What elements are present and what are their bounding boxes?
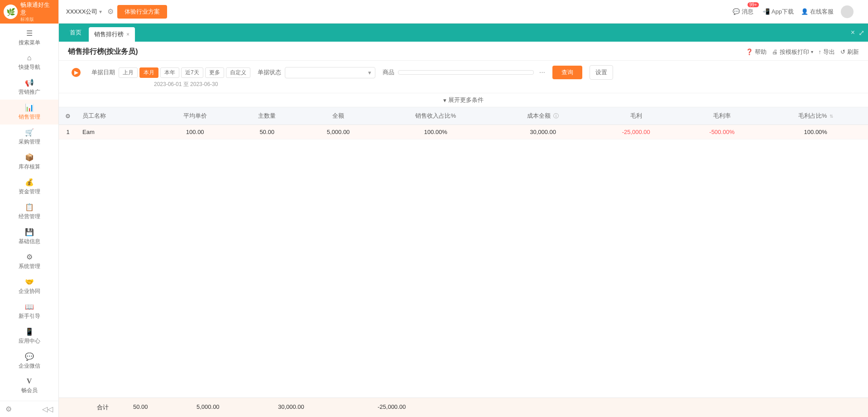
tab-home-label: 首页 <box>70 29 82 37</box>
member-icon: V <box>27 377 32 385</box>
print-label: 按模板打印 <box>780 48 809 56</box>
sidebar-item-label: 畅会员 <box>21 387 38 394</box>
sidebar-item-inventory[interactable]: 📦 库存核算 <box>0 149 58 174</box>
online-service-button[interactable]: 👤 在线客服 <box>801 8 834 16</box>
settings-config-button[interactable]: 设置 <box>590 65 613 80</box>
refresh-button[interactable]: ↺ 刷新 <box>840 48 859 56</box>
topbar-settings-icon[interactable]: ⚙ <box>107 7 114 16</box>
sidebar-item-operations[interactable]: 📋 经营管理 <box>0 199 58 224</box>
date-range-display: 2023-06-01 至 2023-06-30 <box>154 81 218 87</box>
sidebar: 🌿 畅康通好生意 标准版 ☰ 搜索菜单 ⌂ 快捷导航 📢 营销推广 📊 销售管理… <box>0 0 59 417</box>
cell-gross: -25,000.00 <box>591 125 681 139</box>
date-btn-last-month[interactable]: 上月 <box>119 67 138 78</box>
inventory-icon: 📦 <box>25 153 34 162</box>
expand-row: ▾ 展开更多条件 <box>59 93 868 107</box>
company-chevron-icon: ▾ <box>99 9 102 15</box>
tab-home[interactable]: 首页 <box>62 24 89 42</box>
sidebar-item-label: 销售管理 <box>19 113 40 121</box>
expand-button[interactable]: ▾ 展开更多条件 <box>443 96 484 104</box>
query-button[interactable]: 查询 <box>552 66 582 79</box>
tab-window-expand-icon[interactable]: ⤢ <box>858 29 864 37</box>
sidebar-item-guide[interactable]: 📖 新手引导 <box>0 299 58 324</box>
app-download-icon: 📲 <box>762 8 770 15</box>
wechat-icon: 💬 <box>25 352 34 361</box>
date-btn-custom[interactable]: 自定义 <box>226 67 250 78</box>
sidebar-item-appstore[interactable]: 📱 应用中心 <box>0 324 58 349</box>
sidebar-item-label: 营销推广 <box>19 88 40 96</box>
trial-button[interactable]: 体验行业方案 <box>117 5 167 19</box>
tabbar-right: × ⤢ <box>851 29 864 37</box>
export-button[interactable]: ↑ 导出 <box>819 48 835 56</box>
cell-sales-pct: 100.00% <box>377 125 494 139</box>
topbar: XXXXX公司 ▾ ⚙ 体验行业方案 💬 消息 99+ 📲 App下载 👤 在线… <box>59 0 868 24</box>
status-filter-group: 单据状态 ▾ <box>258 67 375 78</box>
sidebar-item-basics[interactable]: 💾 基础信息 <box>0 224 58 249</box>
footer-cost: 30,000.00 <box>273 402 372 413</box>
tab-close-icon[interactable]: × <box>126 31 129 38</box>
data-table: ⚙ 员工名称 平均单价 主数量 全额 <box>59 107 868 139</box>
date-filter-group: 单据日期 上月 本月 本年 近7天 更多 自定义 <box>91 67 250 78</box>
date-btn-this-year[interactable]: 本年 <box>160 67 179 78</box>
sidebar-item-search[interactable]: ☰ 搜索菜单 <box>0 25 58 50</box>
date-btn-7days[interactable]: 近7天 <box>181 67 203 78</box>
basics-icon: 💾 <box>25 228 34 236</box>
cost-help-icon[interactable]: ⓘ <box>553 113 559 119</box>
help-button[interactable]: ❓ 帮助 <box>746 48 767 56</box>
appstore-icon: 📱 <box>25 327 34 336</box>
footer-gross: -25,000.00 <box>372 402 411 413</box>
th-settings[interactable]: ⚙ <box>59 107 77 125</box>
goods-input[interactable] <box>398 70 534 75</box>
online-service-icon: 👤 <box>801 8 808 15</box>
app-download-button[interactable]: 📲 App下载 <box>762 8 794 16</box>
filter-forward-button[interactable]: ▶ <box>72 68 81 77</box>
export-icon: ↑ <box>819 48 822 55</box>
sidebar-item-collab[interactable]: 🤝 企业协同 <box>0 274 58 299</box>
cell-cost: 30,000.00 <box>494 125 591 139</box>
status-select-chevron-icon: ▾ <box>368 69 371 76</box>
purchase-icon: 🛒 <box>25 128 34 137</box>
print-button[interactable]: 🖨 按模板打印 ▾ <box>772 48 813 56</box>
sidebar-item-system[interactable]: ⚙ 系统管理 <box>0 249 58 274</box>
sidebar-item-sales[interactable]: 📊 销售管理 <box>0 100 58 125</box>
tab-window-close-icon[interactable]: × <box>851 29 855 37</box>
help-icon: ❓ <box>746 48 753 55</box>
app-download-label: App下载 <box>772 8 794 16</box>
gross-pct-sort-icon[interactable]: ⇅ <box>830 114 833 119</box>
date-btn-this-month[interactable]: 本月 <box>139 67 158 78</box>
cell-name: Eam <box>77 125 156 139</box>
main-area: XXXXX公司 ▾ ⚙ 体验行业方案 💬 消息 99+ 📲 App下载 👤 在线… <box>59 0 868 417</box>
user-avatar[interactable] <box>841 5 854 18</box>
sales-icon: 📊 <box>25 103 34 112</box>
sidebar-collapse-icon[interactable]: ◁◁ <box>42 405 53 413</box>
th-amount: 全额 <box>300 107 377 125</box>
cell-main-qty: 50.00 <box>235 125 300 139</box>
date-btn-more[interactable]: 更多 <box>205 67 224 78</box>
sidebar-item-finance[interactable]: 💰 资金管理 <box>0 174 58 199</box>
table-settings-icon: ⚙ <box>65 113 71 120</box>
status-filter-label: 单据状态 <box>258 68 281 77</box>
tab-sales-rank[interactable]: 销售排行榜 × <box>89 27 135 42</box>
marketing-icon: 📢 <box>25 78 34 87</box>
sidebar-settings-icon[interactable]: ⚙ <box>5 405 12 413</box>
more-dots-icon[interactable]: ··· <box>539 68 545 77</box>
sidebar-item-label: 采购管理 <box>19 138 40 146</box>
footer-label <box>64 402 91 413</box>
status-select[interactable]: ▾ <box>285 67 375 78</box>
sidebar-item-wechat[interactable]: 💬 企业微信 <box>0 349 58 374</box>
message-icon: 💬 <box>733 8 740 15</box>
export-label: 导出 <box>823 48 835 56</box>
footer-amount-value: 5,000.00 <box>197 403 220 410</box>
app-name: 畅康通好生意 <box>20 1 55 17</box>
page-title: 销售排行榜(按业务员) <box>68 47 138 57</box>
sidebar-item-quick-nav[interactable]: ⌂ 快捷导航 <box>0 50 58 75</box>
sidebar-item-member[interactable]: V 畅会员 <box>0 374 58 398</box>
topbar-right: 💬 消息 99+ 📲 App下载 👤 在线客服 <box>731 5 861 18</box>
sidebar-item-label: 新手引导 <box>19 312 40 320</box>
filter-area: ▶ 单据日期 上月 本月 本年 近7天 更多 自定义 单据状态 <box>59 61 868 93</box>
company-selector[interactable]: XXXXX公司 ▾ <box>66 8 102 16</box>
th-gross-pct: 毛利占比% ⇅ <box>763 107 868 125</box>
sidebar-item-purchase[interactable]: 🛒 采购管理 <box>0 125 58 149</box>
system-icon: ⚙ <box>26 253 33 261</box>
message-button[interactable]: 💬 消息 99+ <box>731 6 755 18</box>
sidebar-item-marketing[interactable]: 📢 营销推广 <box>0 75 58 100</box>
